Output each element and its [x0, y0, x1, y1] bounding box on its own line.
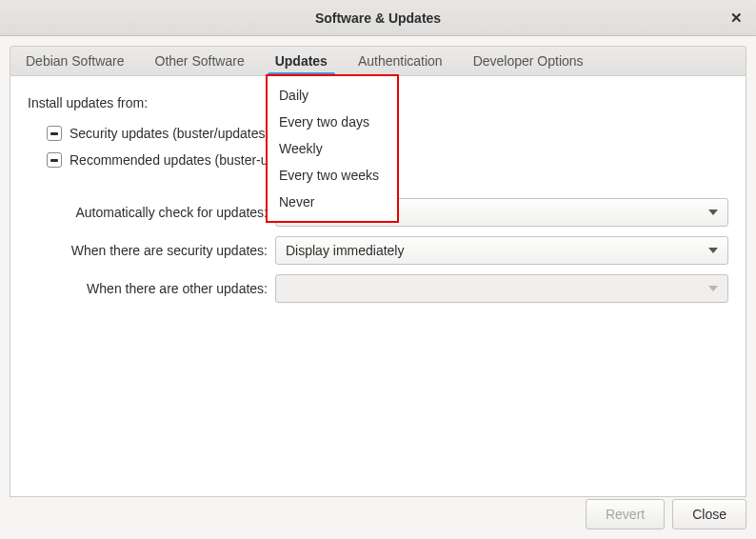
window-title: Software & Updates [315, 10, 441, 26]
close-icon[interactable]: ✕ [727, 10, 745, 27]
tab-updates[interactable]: Updates [260, 47, 343, 75]
revert-button: Revert [586, 499, 665, 529]
auto-check-dropdown: Daily Every two days Weekly Every two we… [266, 74, 399, 223]
tab-authentication[interactable]: Authentication [343, 47, 458, 75]
close-button[interactable]: Close [672, 499, 746, 529]
tab-other-software[interactable]: Other Software [140, 47, 260, 75]
other-updates-label: When there are other updates: [28, 281, 275, 296]
chevron-down-icon [708, 248, 718, 253]
other-updates-combo [275, 274, 728, 303]
row-other-updates: When there are other updates: [28, 274, 728, 303]
tab-developer-options[interactable]: Developer Options [458, 47, 599, 75]
titlebar: Software & Updates ✕ [0, 0, 756, 36]
updates-panel: Install updates from: Security updates (… [10, 76, 746, 497]
dropdown-item-daily[interactable]: Daily [268, 82, 397, 109]
dropdown-item-weekly[interactable]: Weekly [268, 135, 397, 162]
chevron-down-icon [708, 286, 718, 291]
security-updates-combo[interactable]: Display immediately [275, 236, 728, 265]
auto-check-label: Automatically check for updates: [28, 205, 275, 220]
row-security-updates: When there are security updates: Display… [28, 236, 728, 265]
security-updates-value: Display immediately [286, 243, 404, 258]
security-updates-label: When there are security updates: [28, 243, 275, 258]
checkbox-mixed-icon[interactable] [47, 152, 62, 168]
tab-debian-software[interactable]: Debian Software [10, 47, 140, 75]
dropdown-item-never[interactable]: Never [268, 189, 397, 215]
dropdown-item-two-days[interactable]: Every two days [268, 109, 397, 135]
tabstrip: Debian Software Other Software Updates A… [10, 46, 746, 76]
footer: Revert Close [586, 499, 746, 529]
check-label-security: Security updates (buster/updates) [70, 126, 269, 141]
chevron-down-icon [708, 210, 718, 215]
checkbox-mixed-icon[interactable] [47, 126, 62, 141]
dropdown-item-two-weeks[interactable]: Every two weeks [268, 162, 397, 189]
content-area: Debian Software Other Software Updates A… [0, 36, 756, 497]
